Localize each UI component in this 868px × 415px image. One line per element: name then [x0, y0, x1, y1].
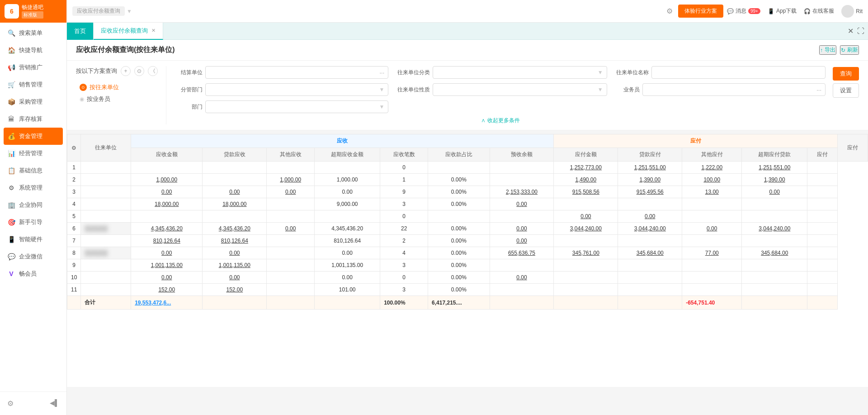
- data-cell[interactable]: [554, 198, 618, 210]
- sidebar-item-purchase[interactable]: 📦 采购管理: [0, 93, 66, 110]
- data-cell[interactable]: 1,222.00: [682, 162, 742, 174]
- filter-settings-button[interactable]: ⊙: [134, 66, 144, 76]
- topbar-cta-button[interactable]: 体验行业方案: [678, 5, 723, 18]
- data-cell[interactable]: 0.00: [742, 186, 807, 198]
- sidebar-collapse-icon[interactable]: ◀▌: [50, 399, 59, 408]
- sidebar-item-member[interactable]: V 畅会员: [0, 265, 66, 282]
- data-cell[interactable]: 0.00: [682, 223, 742, 235]
- data-cell[interactable]: [682, 284, 742, 296]
- data-cell[interactable]: [203, 162, 267, 174]
- data-cell[interactable]: 0.00: [131, 272, 203, 284]
- data-cell[interactable]: 13.00: [682, 186, 742, 198]
- data-cell[interactable]: 4,345,436.20: [203, 223, 267, 235]
- data-cell[interactable]: [742, 259, 807, 272]
- tab-close-icon[interactable]: ✕: [151, 28, 156, 33]
- data-cell[interactable]: [682, 198, 742, 210]
- data-cell[interactable]: 1,251,551.00: [742, 162, 807, 174]
- data-cell[interactable]: 77.00: [682, 247, 742, 259]
- data-cell[interactable]: 0.00: [203, 186, 267, 198]
- data-cell[interactable]: 0.00: [490, 272, 554, 284]
- sidebar-item-operation[interactable]: 📊 经营管理: [0, 145, 66, 162]
- data-cell[interactable]: [267, 259, 315, 272]
- data-cell[interactable]: [490, 284, 554, 296]
- data-cell[interactable]: [267, 235, 315, 247]
- data-cell[interactable]: 0.00: [131, 186, 203, 198]
- data-cell[interactable]: [742, 272, 807, 284]
- data-cell[interactable]: 1,001,135.00: [203, 259, 267, 272]
- data-cell[interactable]: 0.00: [554, 210, 618, 223]
- data-cell[interactable]: [682, 272, 742, 284]
- messages-button[interactable]: 💬 消息 99+: [727, 7, 760, 15]
- data-cell[interactable]: [490, 162, 554, 174]
- sidebar-item-finance[interactable]: 💰 资金管理: [4, 128, 63, 145]
- sidebar-item-hardware[interactable]: 📱 智能硬件: [0, 231, 66, 248]
- data-cell[interactable]: 655,636.75: [490, 247, 554, 259]
- customer-service-button[interactable]: 🎧 在线客服: [804, 7, 834, 15]
- sidebar-item-system[interactable]: ⚙ 系统管理: [0, 179, 66, 196]
- data-cell[interactable]: 0.00: [131, 247, 203, 259]
- data-cell[interactable]: [131, 162, 203, 174]
- data-cell[interactable]: [267, 162, 315, 174]
- data-cell[interactable]: [618, 259, 682, 272]
- data-cell[interactable]: 1,390.00: [742, 174, 807, 186]
- sidebar-item-basic[interactable]: 📋 基础信息: [0, 162, 66, 179]
- filter-collapse[interactable]: ∧ 收起更多条件: [175, 113, 826, 124]
- filter-option-by-unit[interactable]: ⊙ 按往来单位: [76, 81, 160, 93]
- data-cell[interactable]: 1,252,773.00: [554, 162, 618, 174]
- sidebar-item-marketing[interactable]: 📢 营销推广: [0, 59, 66, 76]
- export-button[interactable]: ↑ 导出: [819, 45, 836, 55]
- tab-receivable[interactable]: 应收应付余额查询 ✕: [94, 23, 163, 40]
- data-cell[interactable]: [554, 235, 618, 247]
- sidebar-item-weixin[interactable]: 💬 企业微信: [0, 248, 66, 265]
- app-download-button[interactable]: 📱 App下载: [768, 7, 797, 15]
- data-cell[interactable]: 915,495.56: [618, 186, 682, 198]
- sidebar-item-search[interactable]: 🔍 搜索菜单: [0, 24, 66, 42]
- data-cell[interactable]: 3,044,240.00: [554, 223, 618, 235]
- data-cell[interactable]: 810,126.64: [131, 235, 203, 247]
- sidebar-item-inventory[interactable]: 🏛 库存核算: [0, 110, 66, 128]
- data-cell[interactable]: 0.00: [203, 272, 267, 284]
- data-cell[interactable]: [203, 210, 267, 223]
- setting-button[interactable]: 设置: [833, 83, 859, 98]
- data-cell[interactable]: [682, 259, 742, 272]
- data-cell[interactable]: [742, 284, 807, 296]
- sidebar-item-guide[interactable]: 🎯 新手引导: [0, 214, 66, 231]
- data-cell[interactable]: 4,345,436.20: [131, 223, 203, 235]
- settlement-input[interactable]: ···: [205, 66, 388, 79]
- query-button[interactable]: 查询: [833, 67, 859, 81]
- sidebar-settings-icon[interactable]: ⚙: [7, 399, 14, 408]
- data-cell[interactable]: 915,508.56: [554, 186, 618, 198]
- data-cell[interactable]: [131, 210, 203, 223]
- data-cell[interactable]: 1,000.00: [131, 174, 203, 186]
- data-cell[interactable]: [618, 235, 682, 247]
- data-cell[interactable]: 18,000.00: [203, 198, 267, 210]
- data-cell[interactable]: [267, 247, 315, 259]
- data-cell[interactable]: [267, 210, 315, 223]
- data-cell[interactable]: 152.00: [203, 284, 267, 296]
- tabbar-close-button[interactable]: ✕: [848, 27, 854, 35]
- data-cell[interactable]: [618, 284, 682, 296]
- data-cell[interactable]: [490, 174, 554, 186]
- data-cell[interactable]: 152.00: [131, 284, 203, 296]
- data-cell[interactable]: [267, 272, 315, 284]
- data-cell[interactable]: [682, 235, 742, 247]
- unit-nature-input[interactable]: ▼: [433, 83, 607, 96]
- data-cell[interactable]: 0.00: [618, 210, 682, 223]
- tab-home[interactable]: 首页: [67, 23, 94, 40]
- data-cell[interactable]: [267, 284, 315, 296]
- unit-name-input[interactable]: [651, 66, 826, 79]
- col-settings-icon[interactable]: ⚙: [67, 134, 81, 162]
- data-cell[interactable]: 1,251,551.00: [618, 162, 682, 174]
- filter-collapse-btn[interactable]: 《: [148, 66, 158, 76]
- refresh-button[interactable]: ↻ 刷新: [840, 45, 859, 55]
- data-cell[interactable]: [490, 210, 554, 223]
- data-cell[interactable]: [554, 259, 618, 272]
- data-cell[interactable]: 345,761.00: [554, 247, 618, 259]
- user-avatar[interactable]: Rit: [841, 5, 863, 18]
- dept-manage-input[interactable]: ▼: [205, 83, 388, 96]
- data-cell[interactable]: [267, 198, 315, 210]
- dept-input[interactable]: ▼: [205, 100, 388, 113]
- data-cell[interactable]: 100.00: [682, 174, 742, 186]
- data-cell[interactable]: 0.00: [267, 223, 315, 235]
- sidebar-item-enterprise[interactable]: 🏢 企业协同: [0, 196, 66, 214]
